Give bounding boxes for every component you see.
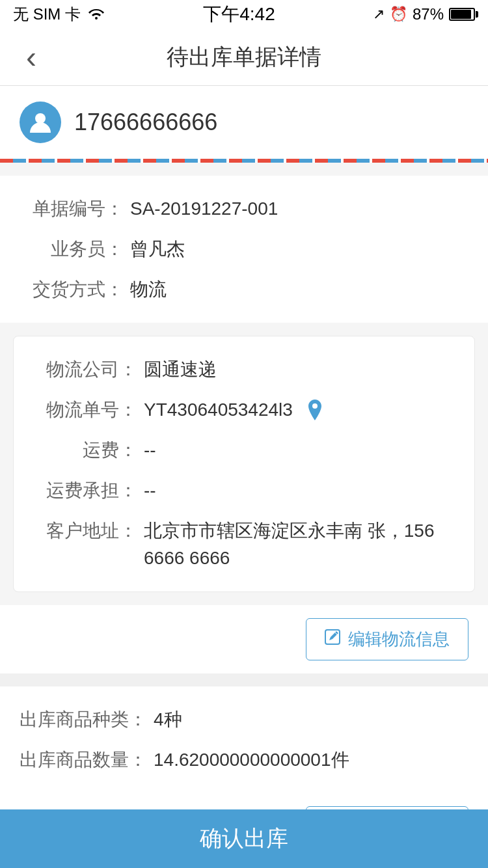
order-number-row: 单据编号： SA-20191227-001 bbox=[20, 195, 468, 223]
nav-bar: ‹ 待出库单据详情 bbox=[0, 29, 488, 86]
order-info-section: 单据编号： SA-20191227-001 业务员： 曾凡杰 交货方式： 物流 bbox=[0, 176, 488, 323]
status-bar-right: ↗ ⏰ 87% bbox=[373, 5, 475, 23]
freight-bearer-row: 运费承担： -- bbox=[33, 477, 455, 504]
status-bar-time: 下午4:42 bbox=[203, 2, 275, 27]
salesperson-label: 业务员： bbox=[20, 236, 124, 263]
battery-icon bbox=[449, 8, 475, 21]
delivery-method-label: 交货方式： bbox=[20, 276, 124, 303]
wifi-icon bbox=[87, 5, 105, 23]
freight-bearer-label: 运费承担： bbox=[33, 477, 137, 504]
freight-label: 运费： bbox=[33, 437, 137, 464]
goods-quantity-label: 出库商品数量： bbox=[20, 746, 147, 774]
confirm-button[interactable]: 确认出库 bbox=[0, 809, 488, 868]
avatar bbox=[20, 102, 61, 143]
person-icon bbox=[27, 109, 53, 135]
address-row: 客户地址： 北京市市辖区海淀区永丰南 张，156 6666 6666 bbox=[33, 517, 455, 572]
goods-type-label: 出库商品种类： bbox=[20, 706, 147, 733]
customer-phone: 17666666666 bbox=[74, 109, 217, 136]
dashed-divider bbox=[0, 159, 488, 163]
salesperson-row: 业务员： 曾凡杰 bbox=[20, 236, 468, 263]
confirm-button-container: 确认出库 bbox=[0, 809, 488, 868]
tracking-number-label: 物流单号： bbox=[33, 396, 137, 424]
tracking-number-row: 物流单号： YT43064053424l3 bbox=[33, 396, 455, 424]
address-label: 客户地址： bbox=[33, 517, 137, 545]
goods-quantity-value: 14.620000000000001件 bbox=[147, 746, 468, 774]
status-bar-left: 无 SIM 卡 bbox=[13, 4, 105, 25]
map-pin-icon bbox=[303, 398, 327, 422]
goods-quantity-row: 出库商品数量： 14.620000000000001件 bbox=[20, 746, 468, 774]
location-status-icon: ↗ bbox=[373, 6, 385, 23]
freight-bearer-value: -- bbox=[137, 477, 455, 504]
freight-row: 运费： -- bbox=[33, 437, 455, 464]
svg-point-0 bbox=[35, 113, 46, 124]
logistics-card: 物流公司： 圆通速递 物流单号： YT43064053424l3 运费： -- bbox=[13, 336, 475, 592]
pencil-icon bbox=[325, 629, 342, 646]
alarm-icon: ⏰ bbox=[390, 6, 407, 23]
edit-logistics-container: 编辑物流信息 bbox=[0, 605, 488, 673]
tracking-number-value: YT43064053424l3 bbox=[137, 396, 455, 424]
salesperson-value: 曾凡杰 bbox=[124, 236, 468, 263]
freight-value: -- bbox=[137, 437, 455, 464]
section-separator-1 bbox=[0, 673, 488, 686]
order-number-value: SA-20191227-001 bbox=[124, 195, 468, 223]
order-number-label: 单据编号： bbox=[20, 195, 124, 223]
logistics-company-row: 物流公司： 圆通速递 bbox=[33, 356, 455, 383]
delivery-method-row: 交货方式： 物流 bbox=[20, 276, 468, 303]
customer-header: 17666666666 bbox=[0, 86, 488, 159]
logistics-company-label: 物流公司： bbox=[33, 356, 137, 383]
goods-section: 出库商品种类： 4种 出库商品数量： 14.620000000000001件 bbox=[0, 686, 488, 793]
edit-logistics-label: 编辑物流信息 bbox=[348, 628, 450, 651]
edit-logistics-button[interactable]: 编辑物流信息 bbox=[306, 618, 468, 660]
carrier-text: 无 SIM 卡 bbox=[13, 4, 81, 25]
status-bar: 无 SIM 卡 下午4:42 ↗ ⏰ 87% bbox=[0, 0, 488, 29]
address-value: 北京市市辖区海淀区永丰南 张，156 6666 6666 bbox=[137, 517, 455, 572]
delivery-method-value: 物流 bbox=[124, 276, 468, 303]
goods-type-row: 出库商品种类： 4种 bbox=[20, 706, 468, 733]
logistics-company-value: 圆通速递 bbox=[137, 356, 455, 383]
goods-type-value: 4种 bbox=[147, 706, 468, 733]
page-title: 待出库单据详情 bbox=[167, 42, 321, 72]
back-button[interactable]: ‹ bbox=[20, 33, 43, 81]
edit-icon bbox=[325, 629, 342, 650]
battery-percent: 87% bbox=[413, 5, 444, 23]
